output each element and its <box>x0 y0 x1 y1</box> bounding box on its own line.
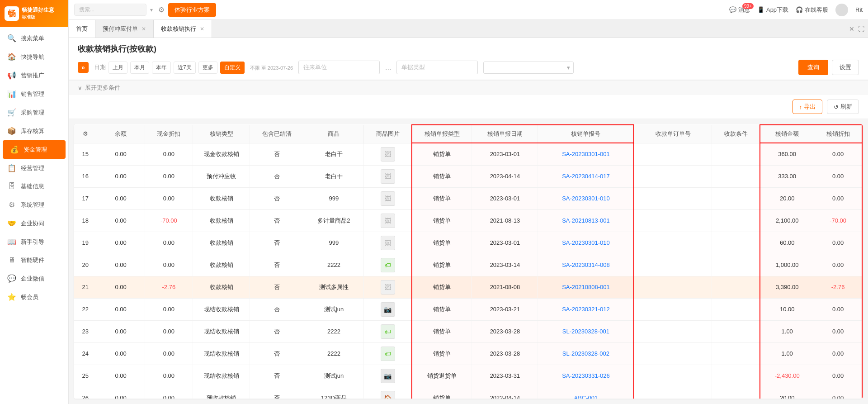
bill-no-link[interactable]: SL-20230328-001 <box>562 328 609 335</box>
date-btn-custom[interactable]: 自定义 <box>220 62 245 74</box>
table-row[interactable]: 210.00-2.76收款核销否测试多属性🖼销货单2021-08-08SA-20… <box>74 276 862 298</box>
cell-bill_report_no[interactable]: SA-20210808-001 <box>538 276 634 298</box>
cell-bill_report_type: 销货单 <box>412 320 472 342</box>
sidebar-item-system[interactable]: ⚙ 系统管理 <box>0 195 68 214</box>
table-row[interactable]: 250.000.00现结收款核销否测试jun📷销货退货单2023-03-31SA… <box>74 365 862 387</box>
table-row[interactable]: 170.000.00收款核销否999🖼销货单2023-03-01SA-20230… <box>74 187 862 209</box>
tab-close-prepay[interactable]: ✕ <box>142 26 146 32</box>
app-download-btn[interactable]: 📱 App下载 <box>757 6 788 14</box>
table-row[interactable]: 190.000.00收款核销否999🖼销货单2023-03-01SA-20230… <box>74 232 862 254</box>
bill-no-link[interactable]: SA-20230321-012 <box>562 306 610 313</box>
online-service-btn[interactable]: 🎧 在线客服 <box>796 6 828 14</box>
filter-expand-btn[interactable]: » <box>78 62 89 73</box>
cell-write_off_amount: 3,390.00 <box>760 276 814 298</box>
cell-balance: 0.00 <box>97 232 145 254</box>
tab-home[interactable]: 首页 <box>69 20 95 38</box>
table-row[interactable]: 150.000.00现金收款核销否老白干🖼销货单2023-03-01SA-202… <box>74 143 862 165</box>
header-dropdown-icon[interactable]: ▾ <box>150 7 153 13</box>
cell-bill_report_no[interactable]: SL-20230328-002 <box>538 342 634 365</box>
cell-bill_report_no[interactable]: ABC-001 <box>538 387 634 399</box>
sidebar-item-quick-nav[interactable]: 🏠 快捷导航 <box>0 48 68 66</box>
table-row[interactable]: 260.000.00预收款核销否123D商品🏠销货单2022-04-14ABC-… <box>74 387 862 399</box>
messages-btn[interactable]: 💬 消息 99+ <box>729 6 750 14</box>
table-area[interactable]: ⚙余额现金折扣核销类型包含已结清商品商品图片核销单报类型核销单报日期核销单报号收… <box>74 124 863 399</box>
cell-gear: 26 <box>74 387 97 399</box>
table-row[interactable]: 200.000.00收款核销否2222🏷销货单2023-03-14SA-2023… <box>74 254 862 276</box>
from-unit-input[interactable]: 往来单位 <box>298 61 380 74</box>
tab-close-receipt[interactable]: ✕ <box>200 26 204 32</box>
table-row[interactable]: 220.000.00现结收款核销否测试jun📷销货单2023-03-21SA-2… <box>74 298 862 320</box>
purchase-icon: 🛒 <box>7 108 16 117</box>
cell-bill_report_no[interactable]: SL-20230328-001 <box>538 320 634 342</box>
table-row[interactable]: 160.000.00预付冲应收否老白干🖼销货单2023-04-14SA-2023… <box>74 165 862 187</box>
tab-prepay[interactable]: 预付冲应付单✕ <box>95 20 154 38</box>
refresh-button[interactable]: ↺ 刷新 <box>827 100 859 114</box>
sidebar-item-corp-collab[interactable]: 🤝 企业协同 <box>0 214 68 233</box>
cell-balance: 0.00 <box>97 143 145 165</box>
bill-no-link[interactable]: SA-20230301-010 <box>562 239 610 246</box>
expand-more-bar[interactable]: ∨ 展开更多条件 <box>69 80 868 95</box>
cell-bill_report_no[interactable]: SA-20230321-012 <box>538 298 634 320</box>
cell-write_off_type: 现结收款核销 <box>193 342 250 365</box>
bill-no-link[interactable]: SA-20210808-001 <box>562 284 610 290</box>
sidebar-item-sales[interactable]: 📊 销售管理 <box>0 85 68 103</box>
sidebar-item-marketing[interactable]: 📢 营销推广 <box>0 66 68 85</box>
product-image: 🏠 <box>381 391 395 399</box>
tab-close-all-icon[interactable]: ✕ <box>849 25 854 33</box>
cell-goods: 2222 <box>304 320 364 342</box>
tab-maximize-icon[interactable]: ⛶ <box>858 25 864 33</box>
table-row[interactable]: 180.00-70.00收款核销否多计量商品2🖼销货单2021-08-13SA-… <box>74 209 862 232</box>
bill-type-select[interactable] <box>483 62 574 74</box>
bill-no-link[interactable]: SL-20230328-002 <box>562 350 609 357</box>
sidebar-item-corp-wx[interactable]: 💬 企业微信 <box>0 269 68 288</box>
cell-write_off_discount: 0.00 <box>814 254 862 276</box>
sidebar-label-purchase: 采购管理 <box>21 109 44 117</box>
table-row[interactable]: 230.000.00现结收款核销否2222🏷销货单2023-03-28SL-20… <box>74 320 862 342</box>
sidebar-item-finance[interactable]: 💰 资金管理 <box>3 140 66 159</box>
cell-bill_report_no[interactable]: SA-20230301-001 <box>538 143 634 165</box>
cell-balance: 0.00 <box>97 342 145 365</box>
date-btn-more[interactable]: 更多 <box>198 62 217 74</box>
date-btn-this-month[interactable]: 本月 <box>130 62 149 74</box>
sidebar-item-smart-hw[interactable]: 🖥 智能硬件 <box>0 251 68 269</box>
query-button[interactable]: 查询 <box>798 60 828 75</box>
cell-bill_report_no[interactable]: SA-20230301-010 <box>538 187 634 209</box>
top-actions-bar: ↑ 导出 ↺ 刷新 <box>69 95 868 119</box>
bill-no-link[interactable]: SA-20230314-008 <box>562 261 610 268</box>
user-avatar[interactable] <box>835 4 848 16</box>
sidebar-item-vip[interactable]: ⭐ 畅会员 <box>0 288 68 306</box>
header-gear-icon[interactable]: ⚙ <box>158 5 165 14</box>
bill-no-link[interactable]: SA-20210813-001 <box>562 217 610 224</box>
sidebar-item-inventory[interactable]: 📦 库存核算 <box>0 122 68 140</box>
page-header: 收款核销执行(按收款) » 日期 上月 本月 本年 近7天 更多 自定义 不限 … <box>69 38 868 80</box>
sidebar-item-newbie[interactable]: 📖 新手引导 <box>0 233 68 251</box>
export-button[interactable]: ↑ 导出 <box>793 100 823 114</box>
bill-no-link[interactable]: SA-20230414-017 <box>562 173 610 180</box>
sidebar-item-search[interactable]: 🔍 搜索菜单 <box>0 29 68 48</box>
sidebar-item-purchase[interactable]: 🛒 采购管理 <box>0 103 68 122</box>
bill-no-link[interactable]: ABC-001 <box>574 394 598 399</box>
table-row[interactable]: 240.000.00现结收款核销否2222🏷销货单2023-03-28SL-20… <box>74 342 862 365</box>
cell-bill_report_no[interactable]: SA-20230414-017 <box>538 165 634 187</box>
cell-bill_report_no[interactable]: SA-20230331-026 <box>538 365 634 387</box>
sidebar-item-operations[interactable]: 📋 经营管理 <box>0 159 68 177</box>
cell-bill_report_no[interactable]: SA-20230314-008 <box>538 254 634 276</box>
cell-bill_report_no[interactable]: SA-20230301-010 <box>538 232 634 254</box>
bill-no-link[interactable]: SA-20230331-026 <box>562 372 610 379</box>
date-btn-7days[interactable]: 近7天 <box>174 62 196 74</box>
header-search[interactable]: 搜索... <box>74 4 146 16</box>
bill-no-link[interactable]: SA-20230301-010 <box>562 195 610 202</box>
cell-cash_discount: 0.00 <box>145 365 193 387</box>
vip-icon: ⭐ <box>7 293 16 301</box>
tab-receipt[interactable]: 收款核销执行✕ <box>154 20 212 38</box>
date-btn-this-year[interactable]: 本年 <box>152 62 171 74</box>
bill-no-link[interactable]: SA-20230301-001 <box>562 151 610 157</box>
cell-write_off_discount: 0.00 <box>814 320 862 342</box>
sidebar-item-basic-info[interactable]: 🗄 基础信息 <box>0 177 68 195</box>
cell-cash_discount: 0.00 <box>145 342 193 365</box>
cell-bill_report_no[interactable]: SA-20210813-001 <box>538 209 634 232</box>
trial-button[interactable]: 体验行业方案 <box>168 3 216 17</box>
date-btn-last-month[interactable]: 上月 <box>108 62 127 74</box>
bill-type-input[interactable]: 单据类型 <box>396 61 478 74</box>
settings-button[interactable]: 设置 <box>832 60 859 75</box>
